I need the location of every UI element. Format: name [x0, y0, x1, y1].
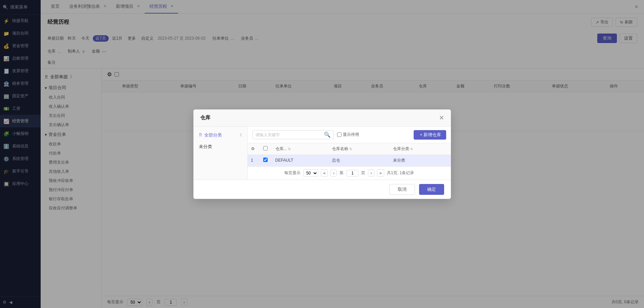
modal-cat-all[interactable]: ⠿ 全部分类 《 [193, 129, 247, 141]
add-warehouse-button[interactable]: + 新增仓库 [414, 130, 446, 140]
modal-confirm-button[interactable]: 确定 [419, 184, 444, 195]
row-category: 未分类 [390, 155, 451, 166]
modal-select-all[interactable] [263, 146, 268, 150]
modal-col-name: 仓库名称 ⇅ [329, 143, 390, 155]
modal-body: ⠿ 全部分类 《 未分类 🔍 显示停用 [193, 127, 451, 180]
warehouse-table-row[interactable]: 1 DEFAULT 总仓 未分类 [248, 155, 451, 166]
modal-cat-all-label: 全部分类 [204, 132, 222, 138]
row-checkbox[interactable] [263, 158, 268, 162]
modal-cat-unclassified-label: 未分类 [199, 144, 212, 150]
modal-close-button[interactable]: ✕ [439, 114, 444, 122]
row-name: 总仓 [329, 155, 390, 166]
sort-icon-category: ⇅ [410, 147, 413, 151]
modal-search-box: 🔍 [252, 130, 334, 139]
modal-col-code: 仓库... ⇅ [272, 143, 329, 155]
modal-col-check [260, 143, 272, 155]
modal-col-gear: ⚙ [248, 143, 260, 155]
modal-cancel-button[interactable]: 取消 [389, 184, 415, 195]
sort-icon-code: ⇅ [288, 147, 291, 151]
modal-search-input[interactable] [255, 132, 322, 137]
modal-prev-page-btn[interactable]: ‹ [331, 169, 337, 177]
row-code: DEFAULT [272, 155, 329, 166]
sort-icon-name: ⇅ [349, 147, 352, 151]
gear-icon-col[interactable]: ⚙ [251, 146, 255, 151]
modal-page-unit: 页 [361, 170, 365, 176]
row-num: 1 [248, 155, 260, 166]
modal-per-page-select[interactable]: 50 [303, 169, 318, 177]
modal-collapse-icon[interactable]: 《 [238, 132, 242, 138]
modal-header: 仓库 ✕ [193, 109, 451, 127]
modal-pagination: 每页显示 50 « ‹ 第 页 › » 共1页, 1条记录 [248, 166, 451, 180]
show-disabled-text: 显示停用 [343, 132, 359, 138]
modal-title: 仓库 [200, 115, 210, 121]
add-warehouse-label: + 新增仓库 [420, 132, 441, 138]
modal-first-page-btn[interactable]: « [321, 169, 328, 177]
modal-next-page-btn[interactable]: › [368, 169, 374, 177]
modal-toolbar: 🔍 显示停用 + 新增仓库 [248, 127, 451, 143]
modal-search-icon[interactable]: 🔍 [324, 131, 331, 138]
modal-total-label: 共1页, 1条记录 [387, 170, 414, 176]
modal-actions: 取消 确定 [193, 180, 451, 199]
show-disabled-checkbox[interactable] [337, 132, 341, 137]
modal-page-label: 第 [339, 170, 344, 176]
modal-col-category: 仓库分类 ⇅ [390, 143, 451, 155]
modal-per-page-label: 每页显示 [284, 170, 300, 176]
modal-page-input[interactable] [346, 170, 358, 177]
modal-cat-unclassified[interactable]: 未分类 [193, 141, 247, 152]
modal-category-panel: ⠿ 全部分类 《 未分类 [193, 127, 248, 180]
modal-warehouse-table: ⚙ 仓库... ⇅ [248, 143, 451, 166]
modal-table-wrap: ⚙ 仓库... ⇅ [248, 143, 451, 166]
grid-icon-modal: ⠿ [199, 132, 202, 138]
modal-last-page-btn[interactable]: » [377, 169, 384, 177]
warehouse-modal: 仓库 ✕ ⠿ 全部分类 《 未分类 🔍 [193, 109, 451, 199]
modal-content: 🔍 显示停用 + 新增仓库 [248, 127, 451, 180]
show-disabled-label[interactable]: 显示停用 [337, 132, 359, 138]
row-check[interactable] [260, 155, 272, 166]
modal-overlay: 仓库 ✕ ⠿ 全部分类 《 未分类 🔍 [0, 0, 644, 308]
